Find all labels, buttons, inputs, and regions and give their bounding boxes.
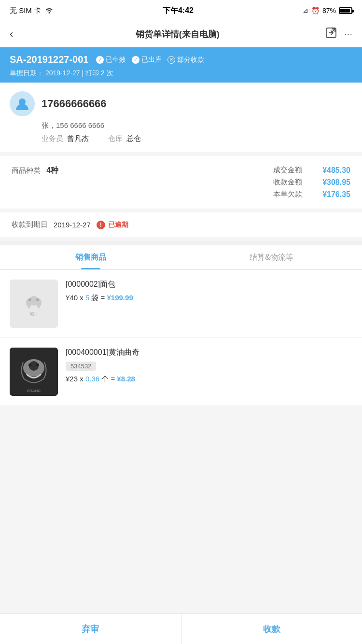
product-sku-2: 534532	[66, 362, 96, 371]
tab-sales-products[interactable]: 销售商品	[0, 245, 181, 269]
debt-label: 本单欠款	[273, 190, 302, 199]
product-qty-1: 5	[85, 294, 89, 302]
order-id: SA-20191227-001	[10, 54, 88, 65]
battery-percent: 87%	[322, 7, 336, 14]
svg-point-7	[36, 298, 39, 301]
product-name-2: [000400001]黄油曲奇	[66, 348, 352, 358]
customer-top: 17666666666	[10, 91, 352, 116]
bottom-bar: 弃审 收款	[0, 613, 362, 644]
product-price-row-2: ¥23 x 0.36 个 = ¥8.28	[66, 375, 352, 384]
clock-icon: ⊙	[167, 56, 175, 64]
overdue-text: 已逾期	[108, 221, 128, 229]
warehouse-item: 仓库 总仓	[108, 134, 141, 143]
status-effective: ✓ 已生效	[96, 56, 126, 64]
svg-text:鲸+: 鲸+	[30, 311, 38, 317]
customer-phone: 17666666666	[42, 98, 107, 110]
stats-section: 商品种类 4种 成交金额 ¥485.30 收款金额 ¥308.95 本单欠款 ¥…	[0, 156, 362, 209]
alarm-icon: ⏰	[311, 7, 320, 14]
product-unit-2: 个	[101, 375, 109, 383]
print-count: 2	[101, 69, 105, 77]
stats-right: 成交金额 ¥485.30 收款金额 ¥308.95 本单欠款 ¥176.35	[273, 166, 350, 199]
customer-section: 17666666666 张，156 6666 6666 业务员 曾凡杰 仓库 总…	[0, 83, 362, 152]
svg-point-6	[28, 298, 31, 301]
received-label: 收款金额	[273, 178, 302, 187]
product-types-label: 商品种类	[12, 166, 41, 174]
print-suffix: 次	[107, 69, 113, 77]
thumb-img-2: BRAND	[10, 348, 58, 396]
more-icon[interactable]: ···	[344, 28, 352, 40]
overdue-badge: ! 已逾期	[97, 221, 128, 229]
product-name-1: [0000002]面包	[66, 280, 352, 290]
warehouse-name: 总仓	[126, 134, 141, 143]
nav-bar: ‹ 销货单详情(来自电脑) ···	[0, 21, 362, 47]
sales-item: 业务员 曾凡杰	[42, 134, 89, 143]
avatar	[10, 91, 35, 116]
sales-label: 业务员	[42, 134, 63, 143]
product-info-1: [0000002]面包 ¥40 x 5 袋 = ¥199.99	[66, 280, 352, 328]
print-label: | 打印	[82, 69, 99, 77]
product-types-count: 4种	[46, 166, 58, 174]
share-icon[interactable]	[326, 28, 336, 41]
tabs-section: 销售商品 结算&物流等	[0, 245, 362, 270]
divider	[0, 241, 362, 245]
due-label: 收款到期日	[12, 220, 48, 229]
page-title: 销货单详情(来自电脑)	[136, 28, 220, 40]
product-item-1: 鲸+ [0000002]面包 ¥40 x 5 袋 = ¥199.99	[0, 270, 362, 338]
product-info-2: [000400001]黄油曲奇 534532 ¥23 x 0.36 个 = ¥8…	[66, 348, 352, 396]
status-tags: ✓ 已生效 ✓ 已出库 ⊙ 部分收款	[96, 56, 204, 64]
sales-name: 曾凡杰	[67, 134, 89, 143]
nav-actions: ···	[326, 28, 352, 41]
status-partial-label: 部分收款	[177, 56, 204, 64]
svg-rect-8	[28, 304, 30, 308]
svg-point-14	[28, 364, 31, 366]
svg-rect-9	[38, 304, 40, 308]
order-date: 2019-12-27	[45, 69, 80, 77]
status-time: 下午4:42	[163, 6, 194, 16]
warehouse-label: 仓库	[108, 134, 123, 143]
cancel-audit-button[interactable]: 弃审	[0, 614, 181, 644]
transaction-label: 成交金额	[273, 166, 302, 175]
wifi-icon	[45, 7, 54, 15]
thumb-placeholder-1: 鲸+	[10, 280, 58, 328]
due-date: 2019-12-27	[54, 221, 91, 229]
status-shipped-label: 已出库	[141, 56, 162, 64]
product-unit-1: 袋	[91, 294, 98, 302]
products-list: 鲸+ [0000002]面包 ¥40 x 5 袋 = ¥199.99	[0, 270, 362, 406]
transaction-row: 成交金额 ¥485.30	[273, 166, 350, 175]
customer-name-info: 张，156 6666 6666	[10, 121, 352, 130]
product-price-1: ¥40	[66, 294, 78, 302]
back-button[interactable]: ‹	[10, 28, 29, 41]
header-banner: SA-20191227-001 ✓ 已生效 ✓ 已出库 ⊙ 部分收款 单据日期：…	[0, 47, 362, 83]
tab-settlement[interactable]: 结算&物流等	[181, 245, 362, 269]
status-effective-label: 已生效	[106, 56, 126, 64]
status-shipped: ✓ 已出库	[132, 56, 162, 64]
product-qty-2: 0.36	[85, 375, 99, 383]
debt-row: 本单欠款 ¥176.35	[273, 190, 350, 199]
overdue-icon: !	[97, 221, 105, 229]
product-price-row-1: ¥40 x 5 袋 = ¥199.99	[66, 294, 352, 303]
carrier-label: 无 SIM 卡	[10, 6, 41, 15]
product-thumb-2: BRAND	[10, 348, 58, 396]
status-right: ⊿ ⏰ 87%	[303, 7, 352, 14]
svg-text:BRAND: BRAND	[27, 389, 41, 393]
status-left: 无 SIM 卡	[10, 6, 54, 15]
customer-meta: 业务员 曾凡杰 仓库 总仓	[10, 134, 352, 143]
received-row: 收款金额 ¥308.95	[273, 178, 350, 187]
product-total-1: ¥199.99	[107, 294, 133, 302]
stats-left: 商品种类 4种	[12, 166, 58, 176]
debt-value: ¥176.35	[312, 190, 350, 199]
check-icon-effective: ✓	[96, 56, 104, 64]
order-date-row: 单据日期： 2019-12-27 | 打印 2 次	[10, 69, 352, 78]
battery-icon	[339, 7, 352, 14]
date-label: 单据日期：	[10, 69, 43, 77]
product-thumb-1: 鲸+	[10, 280, 58, 328]
product-item-2: BRAND [000400001]黄油曲奇 534532 ¥23 x 0.36 …	[0, 338, 362, 406]
check-icon-shipped: ✓	[132, 56, 139, 64]
status-bar: 无 SIM 卡 下午4:42 ⊿ ⏰ 87%	[0, 0, 362, 21]
received-value: ¥308.95	[312, 178, 350, 187]
transaction-value: ¥485.30	[312, 166, 350, 175]
status-partial: ⊙ 部分收款	[167, 56, 204, 64]
collect-payment-button[interactable]: 收款	[181, 614, 362, 644]
product-total-2: ¥8.28	[117, 375, 135, 383]
product-price-2: ¥23	[66, 375, 78, 383]
